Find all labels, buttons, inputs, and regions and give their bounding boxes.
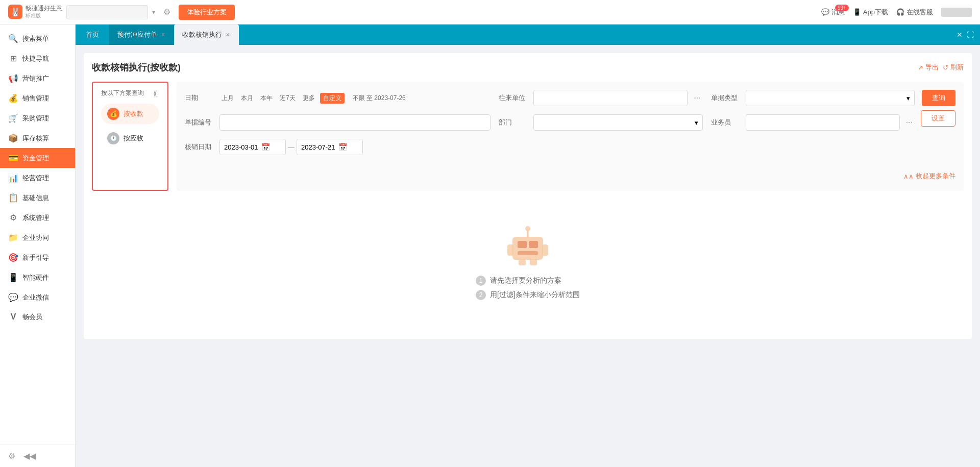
filter-row-3: 核销日期 2023-03-01 📅 —: [185, 139, 915, 155]
verify-date-group: 核销日期 2023-03-01 📅 —: [185, 139, 494, 155]
solution-button[interactable]: 体验行业方案: [179, 5, 235, 20]
counterparty-ellipsis-icon[interactable]: ···: [692, 93, 702, 103]
purchase-icon: 🛒: [8, 113, 18, 123]
page-card: 收款核销执行(按收款) ↗ 导出 ↺ 刷新: [84, 53, 972, 339]
close-window-icon[interactable]: ✕: [957, 31, 963, 39]
sidebar-item-sales[interactable]: 💰 销售管理: [0, 88, 75, 108]
filter-actions: 查询 设置: [921, 90, 955, 127]
app-icon: 📱: [853, 8, 861, 16]
sidebar-item-label: 搜索菜单: [22, 34, 49, 43]
shortcut-7days[interactable]: 近7天: [278, 93, 298, 104]
shortcut-this-month[interactable]: 本月: [239, 93, 255, 104]
sidebar-item-search-menu[interactable]: 🔍 搜索菜单: [0, 29, 75, 48]
dropdown-chevron-icon[interactable]: ▾: [152, 9, 155, 16]
empty-tip-1: 1 请先选择要分析的方案: [476, 276, 580, 286]
sidebar-item-inventory[interactable]: 📦 库存核算: [0, 128, 75, 148]
app-download-item[interactable]: 📱 App下载: [853, 8, 888, 17]
settings-button[interactable]: 设置: [921, 110, 955, 127]
tab-receivable[interactable]: 收款核销执行 ×: [174, 24, 239, 45]
tab-receivable-label: 收款核销执行: [182, 30, 222, 39]
shortcut-this-year[interactable]: 本年: [258, 93, 275, 104]
tab-home-label: 首页: [86, 30, 99, 39]
svg-rect-5: [542, 244, 548, 256]
sidebar-bottom: ⚙ ◀◀: [0, 445, 75, 467]
sidebar-item-purchase[interactable]: 🛒 采购管理: [0, 108, 75, 128]
staff-ellipsis-icon[interactable]: ···: [904, 118, 915, 127]
sidebar-item-quick-nav[interactable]: ⊞ 快捷导航: [0, 48, 75, 68]
marketing-icon: 📢: [8, 73, 18, 83]
export-icon: ↗: [918, 64, 923, 71]
sidebar-item-base-info[interactable]: 📋 基础信息: [0, 188, 75, 208]
shortcut-last-month[interactable]: 上月: [219, 93, 236, 104]
sidebar-item-system[interactable]: ⚙ 系统管理: [0, 208, 75, 228]
logo-area: 🐰 畅捷通好生意 标准版: [8, 5, 62, 19]
collapse-more-label: 收起更多条件: [916, 171, 955, 181]
collapse-more-btn[interactable]: ∧∧ 收起更多条件: [185, 169, 955, 183]
query-button[interactable]: 查询: [922, 90, 955, 106]
counterparty-label: 往来单位: [499, 93, 529, 103]
filter-collapse-icon[interactable]: ⟪: [151, 89, 159, 97]
user-avatar[interactable]: [941, 8, 972, 17]
sidebar-item-label: 快捷导航: [22, 54, 49, 63]
filter-panel-title: 按以下方案查询 ⟪: [101, 89, 159, 97]
sidebar: 🔍 搜索菜单 ⊞ 快捷导航 📢 营销推广 💰 销售管理 🛒 采购管理 📦: [0, 24, 76, 467]
logo-icon: 🐰: [8, 5, 22, 19]
dept-select[interactable]: ▾: [533, 114, 702, 131]
refresh-button[interactable]: ↺ 刷新: [943, 63, 964, 72]
date-range-separator: —: [288, 143, 295, 151]
empty-tips: 1 请先选择要分析的方案 2 用[过滤]条件来缩小分析范围: [476, 276, 580, 300]
filter-option-by-receivable[interactable]: 🕐 按应收: [101, 128, 159, 149]
doc-no-input[interactable]: [219, 114, 491, 131]
shortcut-custom[interactable]: 自定义: [320, 93, 345, 104]
sidebar-item-newbie[interactable]: 🎯 新手引导: [0, 248, 75, 267]
counterparty-input[interactable]: [533, 90, 688, 106]
gear-icon[interactable]: ⚙: [163, 7, 170, 17]
shortcut-more[interactable]: 更多: [301, 93, 317, 104]
maximize-window-icon[interactable]: ⛶: [967, 31, 974, 39]
doc-type-select[interactable]: ▾: [746, 90, 915, 106]
settings-bottom-icon[interactable]: ⚙: [8, 451, 15, 461]
filter-option-by-receipt[interactable]: 💰 按收款: [101, 104, 159, 124]
wechat-icon: 💬: [8, 292, 18, 302]
receipt-option-icon: 💰: [107, 108, 119, 120]
sidebar-item-label: 营销推广: [22, 74, 49, 83]
sidebar-item-label: 智能硬件: [22, 273, 49, 282]
sidebar-item-operation[interactable]: 📊 经营管理: [0, 168, 75, 188]
sidebar-item-wechat[interactable]: 💬 企业微信: [0, 287, 75, 307]
sidebar-item-enterprise[interactable]: 📁 企业协同: [0, 228, 75, 248]
base-info-icon: 📋: [8, 193, 18, 203]
tab-prepay-close-icon[interactable]: ×: [160, 30, 166, 39]
member-icon: V: [8, 312, 18, 322]
tip-num-2: 2: [476, 290, 486, 300]
filter-left-panel: 按以下方案查询 ⟪ 💰 按收款 🕐 按应收: [92, 82, 168, 191]
message-item[interactable]: 💬 消息 99+: [821, 8, 845, 17]
sidebar-item-marketing[interactable]: 📢 营销推广: [0, 68, 75, 88]
tab-prepay[interactable]: 预付冲应付单 ×: [109, 24, 174, 45]
export-button[interactable]: ↗ 导出: [918, 63, 939, 72]
tab-home[interactable]: 首页: [76, 24, 109, 45]
svg-rect-6: [519, 259, 526, 265]
date-label: 日期: [185, 93, 215, 103]
logo-text: 畅捷通好生意: [26, 5, 62, 12]
sidebar-item-finance[interactable]: 💳 资金管理: [0, 148, 75, 168]
header-actions: ↗ 导出 ↺ 刷新: [918, 63, 964, 72]
sidebar-item-label: 企业微信: [22, 293, 49, 302]
sidebar-item-hardware[interactable]: 📱 智能硬件: [0, 267, 75, 287]
collapse-sidebar-icon[interactable]: ◀◀: [23, 451, 36, 461]
staff-input[interactable]: [746, 114, 900, 131]
filter-row-1: 日期 上月 本月 本年 近7天 更多 自定义: [185, 90, 915, 106]
refresh-label: 刷新: [950, 63, 964, 72]
verify-date-start-input[interactable]: 2023-03-01 📅: [219, 139, 286, 155]
operation-icon: 📊: [8, 173, 18, 183]
message-badge: 99+: [835, 5, 849, 11]
tab-win-controls: ✕ ⛶: [950, 31, 980, 39]
doc-type-label: 单据类型: [711, 93, 742, 103]
filter-form-main: 日期 上月 本月 本年 近7天 更多 自定义: [185, 90, 915, 163]
tab-receivable-close-icon[interactable]: ×: [225, 30, 231, 39]
online-service-item[interactable]: 🎧 在线客服: [896, 8, 933, 17]
verify-date-range: 2023-03-01 📅 — 2023-07-21 📅: [219, 139, 363, 155]
verify-date-end-input[interactable]: 2023-07-21 📅: [297, 139, 363, 155]
logo-text-block: 畅捷通好生意 标准版: [26, 5, 62, 19]
sidebar-item-member[interactable]: V 畅会员: [0, 307, 75, 327]
search-breadcrumb[interactable]: [66, 5, 148, 19]
